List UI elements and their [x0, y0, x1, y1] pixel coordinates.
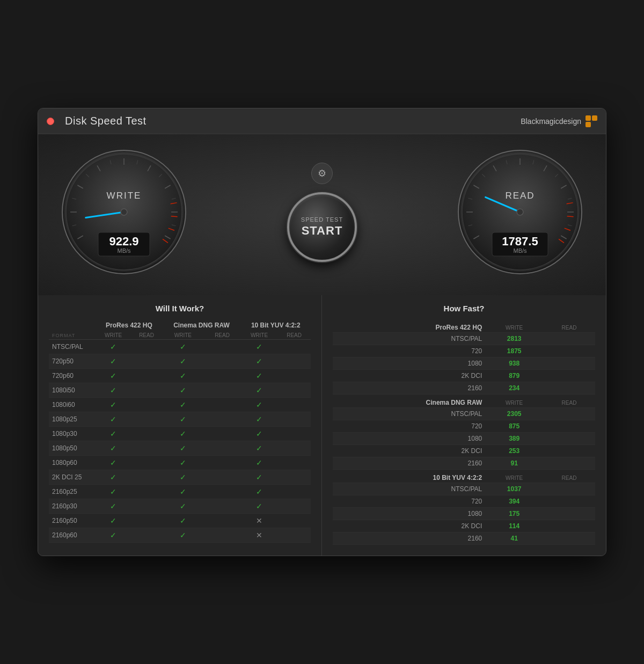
check-icon: ✓ [180, 502, 186, 510]
read-gauge-container: READ 1787.5 MB/s [456, 148, 584, 276]
table-row: 2160p25 ✓ ✓ ✓ [49, 485, 311, 499]
table-row: 2160p30 ✓ ✓ ✓ [49, 499, 311, 514]
cdng-read-cell [203, 514, 240, 528]
yuv-write-cell: ✓ [241, 340, 278, 354]
format-cell: 1080p50 [49, 441, 96, 456]
yuv-read-cell [277, 456, 311, 470]
cdng-read-cell [203, 427, 240, 441]
svg-text:922.9: 922.9 [109, 235, 138, 248]
cdng-read-cell [203, 470, 240, 485]
check-icon: ✓ [256, 444, 262, 453]
read-value-cell [543, 508, 595, 520]
cdng-write-cell: ✓ [162, 441, 203, 456]
check-icon: ✓ [256, 415, 262, 424]
format-cell: NTSC/PAL [49, 340, 96, 354]
check-icon: ✓ [110, 371, 116, 380]
cdng-header: Cinema DNG RAW [162, 319, 240, 331]
yuv-read-cell [277, 412, 311, 427]
check-icon: ✓ [256, 502, 262, 510]
yuv-header: 10 Bit YUV 4:2:2 [241, 319, 311, 331]
cross-icon: ✕ [256, 516, 262, 525]
write-number: 2305 [507, 410, 522, 418]
read-value-cell [543, 357, 595, 370]
cdng-read-cell [203, 354, 240, 369]
p422-read-cell [131, 369, 163, 383]
check-icon: ✓ [180, 371, 186, 380]
p422-write-cell: ✓ [96, 485, 131, 499]
check-icon: ✓ [256, 371, 262, 380]
check-icon: ✓ [110, 502, 116, 510]
how-fast-row: 720 875 [333, 420, 595, 433]
cdng-read-cell [203, 398, 240, 412]
how-fast-row: 720 394 [333, 495, 595, 508]
close-button[interactable] [47, 118, 54, 125]
format-cell: 2160p60 [49, 528, 96, 543]
check-icon: ✓ [110, 415, 116, 424]
settings-button[interactable]: ⚙ [311, 163, 333, 184]
cdng-write-cell: ✓ [162, 514, 203, 528]
write-number: 875 [509, 422, 519, 430]
write-number: 394 [509, 498, 519, 505]
check-icon: ✓ [110, 444, 116, 453]
p422-read-cell [131, 514, 163, 528]
write-value-cell: 389 [485, 433, 543, 445]
how-fast-title: How Fast? [333, 304, 595, 313]
write-col-header: WRITE [485, 319, 543, 333]
read-value-cell [543, 483, 595, 495]
write-value-cell: 2305 [485, 408, 543, 420]
format-cell: 2K DCI 25 [49, 470, 96, 485]
format-cell: 1080 [333, 433, 485, 445]
app-window: Disk Speed Test Blackmagicdesign [38, 108, 606, 556]
group-header-row: 10 Bit YUV 4:2:2 WRITE READ [333, 470, 595, 483]
cdng-write-cell: ✓ [162, 427, 203, 441]
cdng-write-cell: ✓ [162, 398, 203, 412]
how-fast-row: 1080 938 [333, 357, 595, 370]
how-fast-table: ProRes 422 HQ WRITE READ NTSC/PAL 2813 7… [333, 319, 595, 545]
write-number: 114 [509, 522, 519, 530]
check-icon: ✓ [180, 516, 186, 525]
p422-write-cell: ✓ [96, 398, 131, 412]
read-value-cell [543, 333, 595, 345]
group-name: Cinema DNG RAW [333, 395, 485, 408]
p422-read-cell [131, 354, 163, 369]
svg-line-53 [567, 216, 574, 217]
table-row: 2160p50 ✓ ✓ ✕ [49, 514, 311, 528]
start-main-label: START [302, 224, 343, 238]
cdng-read-cell [203, 485, 240, 499]
check-icon: ✓ [256, 487, 262, 496]
brand-icon [586, 115, 597, 127]
p422-read-cell [131, 383, 163, 398]
check-icon: ✓ [180, 415, 186, 424]
check-icon: ✓ [110, 357, 116, 366]
start-button[interactable]: SPEED TEST START [287, 192, 357, 262]
p422-read-cell [131, 528, 163, 543]
check-icon: ✓ [180, 400, 186, 409]
yuv-read-cell [277, 470, 311, 485]
cdng-write-cell: ✓ [162, 499, 203, 514]
read-value-cell [543, 433, 595, 445]
yuv-write-cell: ✕ [241, 528, 278, 543]
write-number: 2813 [507, 335, 522, 342]
cdng-write-cell: ✓ [162, 485, 203, 499]
write-col-header: WRITE [485, 395, 543, 408]
cdng-read-cell [203, 369, 240, 383]
read-col-header: READ [543, 395, 595, 408]
read-value-cell [543, 408, 595, 420]
yuv-read-cell [277, 441, 311, 456]
yuv-read-cell [277, 354, 311, 369]
format-cell: 1080p60 [49, 456, 96, 470]
write-value-cell: 1037 [485, 483, 543, 495]
column-headers: ProRes 422 HQ Cinema DNG RAW 10 Bit YUV … [49, 319, 311, 331]
how-fast-row: 2K DCI 879 [333, 370, 595, 382]
read-value-cell [543, 445, 595, 457]
check-icon: ✓ [110, 487, 116, 496]
write-value-cell: 1875 [485, 345, 543, 357]
title-bar: Disk Speed Test Blackmagicdesign [38, 108, 606, 134]
read-value-cell [543, 420, 595, 433]
p422-read-cell [131, 499, 163, 514]
will-it-work-title: Will It Work? [49, 304, 311, 313]
write-number: 41 [510, 535, 517, 542]
check-icon: ✓ [256, 357, 262, 366]
write-value-cell: 875 [485, 420, 543, 433]
table-row: 2K DCI 25 ✓ ✓ ✓ [49, 470, 311, 485]
